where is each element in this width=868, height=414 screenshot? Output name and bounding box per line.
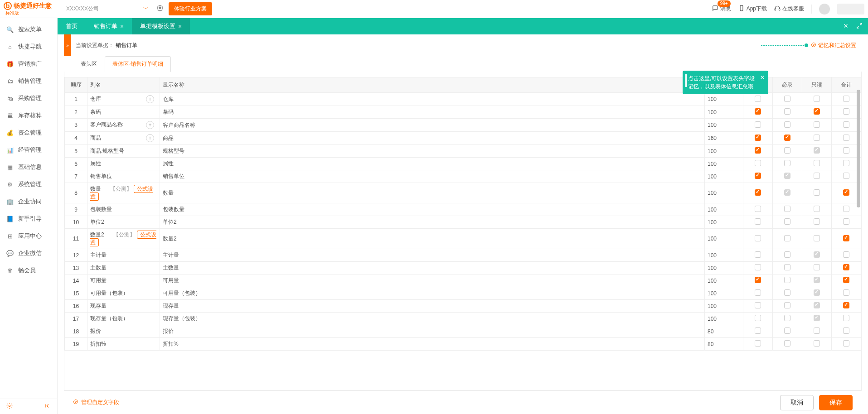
checkbox[interactable] <box>784 289 790 296</box>
cell-dispname[interactable]: 仓库 <box>160 93 705 106</box>
checkbox[interactable] <box>784 147 790 154</box>
tab-2[interactable]: 单据模板设置✕ <box>132 18 190 34</box>
checkbox[interactable] <box>755 189 761 196</box>
checkbox[interactable] <box>843 251 849 258</box>
cell-dispname[interactable]: 包装数量 <box>160 203 705 216</box>
checkbox[interactable] <box>755 147 761 154</box>
checkbox[interactable] <box>784 302 790 308</box>
checkbox[interactable] <box>755 218 761 225</box>
checkbox[interactable] <box>784 160 790 166</box>
sidebar-item-12[interactable]: ⊞应用中心 <box>0 227 57 245</box>
checkbox[interactable] <box>784 96 790 102</box>
cell-colname[interactable]: 商品.规格型号 <box>87 145 160 158</box>
cell-dispname[interactable]: 主数量 <box>160 262 705 274</box>
app-download-link[interactable]: App下载 <box>738 5 767 13</box>
cell-width[interactable]: 100 <box>705 300 743 313</box>
checkbox[interactable] <box>784 121 790 128</box>
checkbox[interactable] <box>843 340 849 347</box>
sidebar-item-7[interactable]: 📊经营管理 <box>0 141 57 159</box>
collapse-panel-icon[interactable]: » <box>64 34 71 56</box>
cell-dispname[interactable]: 现存量（包装） <box>160 313 705 325</box>
cell-width[interactable]: 100 <box>705 170 743 183</box>
checkbox[interactable] <box>755 289 761 296</box>
checkbox[interactable] <box>755 173 761 179</box>
message-link[interactable]: 消息 99+ <box>712 5 731 13</box>
subtab-header-area[interactable]: 表头区 <box>73 56 105 72</box>
checkbox[interactable] <box>814 206 820 212</box>
cell-width[interactable]: 100 <box>705 119 743 132</box>
checkbox[interactable] <box>784 135 790 141</box>
user-menu[interactable] <box>837 4 864 14</box>
sidebar-item-10[interactable]: 🏢企业协同 <box>0 193 57 210</box>
checkbox[interactable] <box>784 327 790 334</box>
cell-colname[interactable]: 现存量（包装） <box>87 313 160 325</box>
sidebar-item-3[interactable]: 🗂销售管理 <box>0 72 57 90</box>
cell-dispname[interactable]: 可用量（包装） <box>160 287 705 300</box>
cell-width[interactable]: 100 <box>705 158 743 170</box>
cell-width[interactable]: 100 <box>705 313 743 325</box>
checkbox[interactable] <box>843 302 849 308</box>
sidebar-item-14[interactable]: ♛畅会员 <box>0 262 57 279</box>
checkbox[interactable] <box>814 108 820 115</box>
tab-1[interactable]: 销售订单✕ <box>86 18 132 34</box>
settings-icon[interactable] <box>6 403 13 410</box>
cell-colname[interactable]: 包装数量 <box>87 203 160 216</box>
cell-dispname[interactable]: 现存量 <box>160 300 705 313</box>
checkbox[interactable] <box>755 251 761 258</box>
checkbox[interactable] <box>784 264 790 270</box>
checkbox[interactable] <box>784 206 790 212</box>
cell-width[interactable]: 80 <box>705 325 743 338</box>
checkbox[interactable] <box>784 277 790 283</box>
checkbox[interactable] <box>755 135 761 141</box>
cell-colname[interactable]: 主计量 <box>87 249 160 262</box>
scrollbar-thumb[interactable] <box>857 90 860 207</box>
checkbox[interactable] <box>755 340 761 347</box>
checkbox[interactable] <box>755 302 761 308</box>
checkbox[interactable] <box>784 108 790 115</box>
checkbox[interactable] <box>784 218 790 225</box>
cell-colname[interactable]: 条码 <box>87 106 160 119</box>
sidebar-item-0[interactable]: 🔍搜索菜单 <box>0 21 57 38</box>
close-tooltip-icon[interactable]: ✕ <box>760 73 765 82</box>
add-icon[interactable]: + <box>146 95 154 103</box>
close-tab-icon[interactable]: ✕ <box>120 24 124 29</box>
sidebar-item-6[interactable]: 💰资金管理 <box>0 124 57 141</box>
sidebar-item-8[interactable]: ▦基础信息 <box>0 159 57 176</box>
tab-0[interactable]: 首页 <box>58 18 86 34</box>
cell-dispname[interactable]: 可用量 <box>160 274 705 287</box>
checkbox[interactable] <box>755 108 761 115</box>
checkbox[interactable] <box>784 340 790 347</box>
cell-colname[interactable]: 可用量（包装） <box>87 287 160 300</box>
cell-width[interactable]: 100 <box>705 287 743 300</box>
vertical-scrollbar[interactable] <box>856 90 860 389</box>
checkbox[interactable] <box>843 147 849 154</box>
cell-colname[interactable]: 属性 <box>87 158 160 170</box>
add-icon[interactable]: + <box>146 121 154 129</box>
cancel-button[interactable]: 取消 <box>780 395 814 410</box>
cell-dispname[interactable]: 报价 <box>160 325 705 338</box>
checkbox[interactable] <box>843 235 849 241</box>
cell-width[interactable]: 100 <box>705 229 743 249</box>
checkbox[interactable] <box>843 96 849 102</box>
checkbox[interactable] <box>843 277 849 283</box>
cell-width[interactable]: 100 <box>705 249 743 262</box>
cell-dispname[interactable]: 数量 <box>160 183 705 203</box>
sidebar-item-9[interactable]: ⚙系统管理 <box>0 176 57 193</box>
checkbox[interactable] <box>814 189 820 196</box>
checkbox[interactable] <box>843 264 849 270</box>
sidebar-item-11[interactable]: 📘新手引导 <box>0 210 57 227</box>
checkbox[interactable] <box>755 121 761 128</box>
checkbox[interactable] <box>814 160 820 166</box>
cell-colname[interactable]: 折扣% <box>87 338 160 351</box>
checkbox[interactable] <box>843 135 849 141</box>
checkbox[interactable] <box>755 315 761 321</box>
cell-colname[interactable]: 主数量 <box>87 262 160 274</box>
company-selector[interactable]: XXXXXX公司 ﹀ <box>63 3 153 14</box>
sidebar-item-13[interactable]: 💬企业微信 <box>0 245 57 262</box>
cell-dispname[interactable]: 数量2 <box>160 229 705 249</box>
checkbox[interactable] <box>843 108 849 115</box>
sidebar-item-2[interactable]: 🎁营销推广 <box>0 55 57 72</box>
cell-colname[interactable]: 客户商品名称+ <box>87 119 160 132</box>
cell-colname[interactable]: 商品+ <box>87 132 160 145</box>
sidebar-item-4[interactable]: 🛍采购管理 <box>0 90 57 107</box>
